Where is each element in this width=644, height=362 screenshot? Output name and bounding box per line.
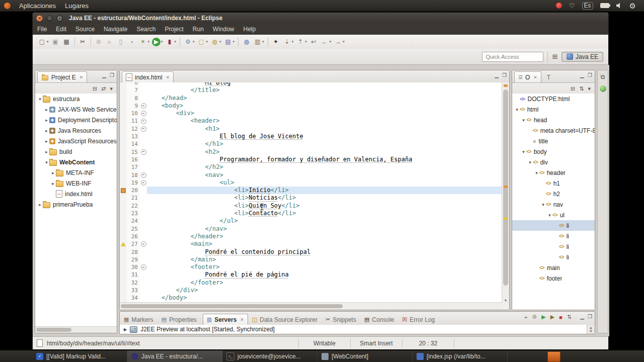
outline-item-li[interactable]: <>li — [512, 241, 595, 252]
code-line-14[interactable]: 14</h1> — [120, 140, 502, 148]
twistie-icon[interactable]: ▸ — [44, 128, 49, 133]
open-perspective-icon[interactable]: ⊞ — [552, 53, 557, 60]
outline-item-html[interactable]: ▾<>html — [512, 104, 595, 115]
code-line-15[interactable]: 15<h2> — [120, 148, 502, 156]
maximize-view-icon[interactable]: ❐ — [588, 73, 592, 78]
taskbar-item-4[interactable]: [WebContent] — [317, 350, 413, 362]
project-explorer-hscrollbar[interactable] — [35, 326, 117, 333]
collapse-all-icon[interactable]: ⊟ — [93, 85, 97, 92]
scrollbar-thumb[interactable] — [121, 304, 343, 308]
menu-source[interactable]: Source — [71, 24, 99, 35]
skip-breakpoints-icon[interactable]: ⊘ — [94, 36, 104, 47]
debug-icon[interactable]: ✶▾ — [138, 36, 151, 47]
maximize-view-icon[interactable]: ❐ — [110, 73, 114, 78]
scroll-down-icon[interactable]: ▼ — [589, 329, 593, 333]
tab-markers[interactable]: ▦Markers — [120, 314, 157, 325]
stop-server-icon[interactable]: ■ — [559, 314, 562, 320]
code-line-12[interactable]: 12<h1> — [120, 125, 502, 133]
tab-properties[interactable]: ▤Properties — [157, 314, 201, 325]
fold-column[interactable] — [140, 149, 147, 155]
code-line-13[interactable]: 13El blog de Jose Vicente — [120, 133, 502, 140]
minimize-view-icon[interactable]: ▁ — [102, 73, 106, 78]
overview-occurrence-tick[interactable] — [504, 186, 508, 188]
outline-item-body[interactable]: ▾<>body — [512, 146, 595, 157]
outline-item-h1[interactable]: <>h1 — [512, 178, 595, 189]
tab-console[interactable]: ▤Console — [360, 314, 398, 325]
profile-server-icon[interactable]: ▶ — [550, 314, 554, 320]
fold-column[interactable] — [140, 103, 147, 109]
new-server-icon[interactable]: + — [524, 314, 527, 320]
top-menu-aplicaciones[interactable]: Aplicaciones — [15, 0, 60, 11]
link-with-editor-icon[interactable]: ⇄ — [101, 85, 106, 92]
window-titlebar[interactable]: ✕ – ▢ Java EE - estructura/WebContent/in… — [33, 13, 608, 24]
twistie-icon[interactable]: ▸ — [37, 202, 43, 207]
top-menu-lugares[interactable]: Lugares — [60, 0, 93, 11]
print-icon[interactable]: ▦ — [61, 36, 72, 47]
twistie-icon[interactable]: ▾ — [527, 160, 533, 165]
fold-column[interactable] — [140, 264, 147, 270]
code-line-32[interactable]: 32</footer> — [120, 279, 502, 287]
search-icon[interactable]: ✦ — [271, 36, 281, 47]
fold-column[interactable] — [140, 241, 147, 247]
server-entry-row[interactable]: ▶ J2EE Preview at localhost [Started, Sy… — [120, 325, 587, 334]
archive-icon[interactable]: ▥▾ — [252, 36, 265, 47]
outline-item-h2[interactable]: <>h2 — [512, 189, 595, 199]
distro-logo-icon[interactable] — [4, 3, 11, 9]
fold-column[interactable] — [140, 111, 147, 116]
scroll-up-icon[interactable]: ▲ — [589, 326, 593, 329]
code-line-31[interactable]: 31Pondré el pié de página — [120, 271, 502, 279]
start-server-icon[interactable]: ▶ — [541, 314, 545, 320]
twistie-icon[interactable]: ▾ — [521, 118, 526, 123]
keyboard-layout-indicator[interactable]: Es — [582, 2, 593, 10]
tab-outline-o[interactable]: ☰O✕ — [514, 71, 541, 82]
sort-icon[interactable]: ⇅ — [579, 85, 584, 92]
collapse-fold-icon[interactable] — [141, 264, 146, 270]
run-icon[interactable]: ▶▾ — [151, 36, 164, 47]
outline-item-div[interactable]: ▾<>div — [512, 157, 595, 167]
collapse-fold-icon[interactable] — [141, 149, 146, 155]
twistie-icon[interactable]: ▸ — [44, 149, 49, 154]
code-line-24[interactable]: 24</ul> — [120, 217, 502, 225]
resume-icon[interactable]: ▹ — [105, 36, 115, 47]
quick-access-input[interactable]: Quick Access — [482, 52, 543, 62]
close-icon[interactable]: ✕ — [166, 75, 170, 80]
editor-vscrollbar[interactable]: ▲ ▼ — [502, 82, 509, 303]
project-item-build[interactable]: ▸build — [35, 146, 117, 157]
tab-outline-t[interactable]: T — [543, 72, 554, 82]
twistie-icon[interactable]: ▾ — [521, 149, 526, 154]
minimize-view-icon[interactable]: ▁ — [580, 314, 584, 319]
outline-item-li[interactable]: <>li — [512, 231, 595, 241]
minimize-view-icon[interactable]: ▁ — [495, 73, 499, 78]
project-item-estructura[interactable]: ▾estructura — [35, 94, 117, 104]
maximize-view-icon[interactable]: ❐ — [502, 73, 507, 78]
view-menu-icon[interactable]: ▾ — [588, 85, 591, 92]
overview-occurrence-tick[interactable] — [504, 84, 508, 87]
fold-column[interactable] — [140, 119, 147, 124]
window-close-button[interactable]: ✕ — [36, 15, 43, 22]
collapse-fold-icon[interactable] — [141, 111, 146, 116]
project-item-web-inf[interactable]: ▸WEB-INF — [35, 178, 117, 189]
editor-hscrollbar[interactable] — [120, 302, 502, 310]
xml-file-icon[interactable]: ▤▾ — [223, 36, 236, 47]
menu-run[interactable]: Run — [188, 24, 208, 35]
code-line-20[interactable]: 20<li>Inicio</li> — [120, 187, 502, 194]
taskbar-item-1[interactable]: ✓[[Valid] Markup Valid... — [32, 350, 127, 362]
collapse-fold-icon[interactable] — [141, 126, 146, 132]
outline-item-header[interactable]: ▾<>header — [512, 167, 595, 178]
twistie-icon[interactable]: ▾ — [547, 213, 552, 218]
close-icon[interactable]: ✕ — [79, 75, 84, 80]
menu-search[interactable]: Search — [132, 24, 160, 35]
project-item-webcontent[interactable]: ▾WebContent — [35, 157, 117, 167]
window-minimize-button[interactable]: – — [46, 15, 53, 22]
code-line-21[interactable]: 21<li>Noticias</li> — [120, 194, 502, 202]
code-line-25[interactable]: 25</nav> — [120, 225, 502, 233]
code-line-8[interactable]: 8</head> — [120, 95, 502, 102]
project-item-index-html[interactable]: <>index.html — [35, 189, 117, 199]
project-item-meta-inf[interactable]: ▸META-INF — [35, 167, 117, 178]
twistie-icon[interactable]: ▾ — [540, 202, 546, 207]
fold-column[interactable] — [140, 180, 147, 186]
code-line-23[interactable]: 23<li>Contacto</li> — [120, 210, 502, 217]
taskbar-item-3[interactable]: >_josevicente@josevice... — [222, 350, 317, 362]
twistie-icon[interactable]: ▸ — [44, 107, 49, 112]
outline-item-main[interactable]: <>main — [512, 262, 595, 273]
